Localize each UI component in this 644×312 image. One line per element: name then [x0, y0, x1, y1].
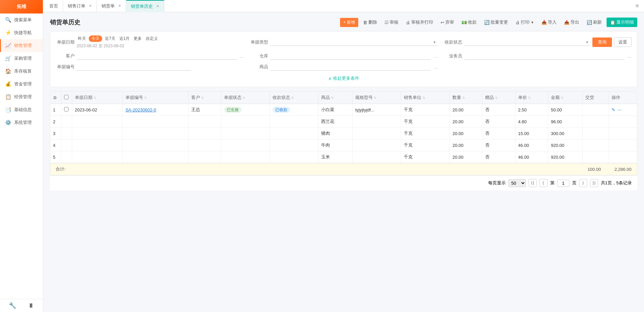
th-unit-sort[interactable]: 销售单位 ⇅ [404, 95, 447, 101]
summary-label: 合计: [56, 166, 66, 172]
shortcut-custom[interactable]: 自定义 [144, 35, 159, 42]
tab-sales-history-close[interactable]: ✕ [156, 4, 159, 8]
customer-input[interactable] [77, 52, 237, 60]
page-size-select[interactable]: 50 100 [508, 179, 526, 187]
th-collect-status[interactable]: 收款状态 ⇅ [270, 92, 318, 104]
salesperson-picker-icon[interactable]: … [627, 54, 632, 59]
th-collect-sort[interactable]: 收款状态 ⇅ [273, 95, 315, 101]
th-docno-sort[interactable]: 单据编号 ⇅ [125, 95, 186, 101]
print-button[interactable]: 🖨 打印 ▼ [513, 18, 537, 27]
display-button[interactable]: 📋 显示明细 [607, 18, 637, 27]
batch-change-button[interactable]: 🔄 批量变更 [481, 18, 511, 27]
collect-status-select[interactable] [464, 38, 590, 46]
review-icon: ☑ [385, 20, 389, 25]
tab-sales-history[interactable]: 销货单历史 ✕ [126, 0, 164, 12]
th-status[interactable]: 单据状态 ⇅ [221, 92, 270, 104]
th-gift[interactable]: 赠品 ⇅ [482, 92, 515, 104]
shortcut-7days[interactable]: 近7天 [104, 35, 117, 42]
abandon-button[interactable]: ↩ 弃审 [438, 18, 457, 27]
th-price-sort[interactable]: 单价 ⇅ [518, 95, 545, 101]
export-icon: 📤 [564, 20, 569, 25]
tab-home[interactable]: 首页 [45, 0, 63, 12]
collapse-button[interactable]: ∧ 收起更多条件 [56, 74, 632, 83]
th-spec-sort[interactable]: 规格型号 ⇅ [355, 95, 398, 101]
edit-action-btn[interactable]: ✎ [612, 107, 615, 112]
th-amount-sort[interactable]: 金额 ⇅ [551, 95, 580, 101]
row-gift: 否 [482, 139, 515, 151]
th-customer-sort[interactable]: 客户 ⇅ [191, 95, 218, 101]
sidebar-item-search[interactable]: 🔍 搜索菜单 [0, 14, 43, 26]
review-button[interactable]: ☑ 审核 [382, 18, 401, 27]
last-page-btn[interactable]: ⟩⟩ [590, 179, 598, 187]
sidebar-item-system[interactable]: ⚙️ 系统管理 [0, 116, 43, 129]
tab-sales-goods[interactable]: 销货单 ✕ [97, 0, 126, 12]
sidebar-item-basic[interactable]: 📑 基础信息 [0, 103, 43, 116]
pagination-bar: 每页显示 50 100 ⟨⟨ ⟨ 第 页 ⟩ ⟩⟩ 共1页，5条记录 [50, 175, 637, 190]
import-button[interactable]: 📥 导入 [539, 18, 559, 27]
doc-type-select[interactable] [270, 38, 438, 46]
goods-picker-icon[interactable]: … [433, 64, 438, 70]
goods-input[interactable] [270, 63, 430, 71]
sidebar-item-finance[interactable]: 💰 资金管理 [0, 78, 43, 90]
warehouse-input[interactable] [270, 52, 430, 60]
th-date-sort[interactable]: 单据日期 ⇅ [75, 95, 120, 101]
shortcut-today[interactable]: 今天 [89, 35, 102, 42]
th-qty[interactable]: 数量 ⇅ [450, 92, 482, 104]
shortcut-more[interactable]: 更多 [132, 35, 143, 42]
customer-picker-icon[interactable]: … [240, 54, 244, 59]
sidebar-item-label: 经营管理 [14, 94, 32, 100]
price-sort-icon: ⇅ [528, 96, 531, 100]
row-index: 5 [50, 151, 61, 163]
th-date[interactable]: 单据日期 ⇅ [72, 92, 122, 104]
th-price[interactable]: 单价 ⇅ [515, 92, 548, 104]
more-action-btn[interactable]: ⋯ [617, 107, 622, 112]
query-button[interactable]: 查询 [592, 37, 612, 47]
new-button[interactable]: + 新增 [340, 18, 358, 27]
delete-button[interactable]: 🗑 删除 [360, 18, 380, 27]
next-page-btn[interactable]: ⟩ [579, 179, 587, 187]
tab-sales-order-close[interactable]: ✕ [89, 4, 92, 8]
first-page-btn[interactable]: ⟨⟨ [529, 179, 537, 187]
shortcut-yesterday[interactable]: 昨天 [77, 35, 87, 42]
shortcut-1month[interactable]: 近1月 [118, 35, 131, 42]
prev-page-btn[interactable]: ⟨ [539, 179, 548, 187]
export-button[interactable]: 📤 导出 [561, 18, 582, 27]
date-shortcuts-block: 昨天 今天 近7天 近1月 更多 自定义 2023-06-02 至 2023-0… [77, 35, 159, 49]
sidebar-item-operation[interactable]: 📋 经营管理 [0, 90, 43, 103]
pause-icon[interactable]: ⏸ [28, 302, 34, 309]
review-print-button[interactable]: 🖨 审核并打印 [403, 18, 436, 27]
th-goods-sort[interactable]: 商品 ⇅ [321, 95, 349, 101]
docno-input[interactable] [77, 63, 191, 71]
row-action [609, 139, 637, 151]
th-unit[interactable]: 销售单位 ⇅ [401, 92, 450, 104]
th-goods[interactable]: 商品 ⇅ [318, 92, 353, 104]
row-checkbox[interactable] [64, 107, 68, 111]
row-price: 4.80 [515, 116, 548, 128]
salesperson-input[interactable] [464, 52, 624, 60]
warehouse-picker-icon[interactable]: … [433, 54, 438, 59]
window-close-btn[interactable]: ✕ [633, 3, 641, 9]
th-amount[interactable]: 金额 ⇅ [548, 92, 582, 104]
collect-button[interactable]: 💵 收款 [459, 18, 479, 27]
th-qty-sort[interactable]: 数量 ⇅ [452, 95, 479, 101]
page-input[interactable] [557, 180, 569, 187]
table-settings-icon[interactable]: ⚙ [53, 95, 57, 100]
select-all-checkbox[interactable] [64, 95, 68, 99]
th-customer[interactable]: 客户 ⇅ [188, 92, 221, 104]
refresh-button[interactable]: 🔃 刷新 [584, 18, 605, 27]
sidebar-item-purchase[interactable]: 🛒 采购管理 [0, 52, 43, 65]
th-spec[interactable]: 规格型号 ⇅ [352, 92, 401, 104]
sidebar-item-inventory[interactable]: 🏠 库存核算 [0, 65, 43, 78]
docno-link[interactable]: SA-20230602-0 [125, 107, 156, 112]
sidebar-item-sales[interactable]: 📈 销售管理 [0, 39, 43, 52]
footer-sum: 100.00 2,286.00 [588, 167, 632, 172]
setting-button[interactable]: 设置 [614, 37, 632, 47]
th-status-sort[interactable]: 单据状态 ⇅ [224, 95, 267, 101]
tab-sales-goods-close[interactable]: ✕ [118, 4, 121, 8]
th-docno[interactable]: 单据编号 ⇅ [122, 92, 188, 104]
sidebar-item-nav[interactable]: ⚡ 快捷导航 [0, 26, 43, 39]
row-price: 46.00 [515, 151, 548, 163]
tab-sales-order[interactable]: 销售订单 ✕ [63, 0, 97, 12]
settings-tool-icon[interactable]: 🔧 [9, 302, 16, 309]
th-gift-sort[interactable]: 赠品 ⇅ [485, 95, 512, 101]
